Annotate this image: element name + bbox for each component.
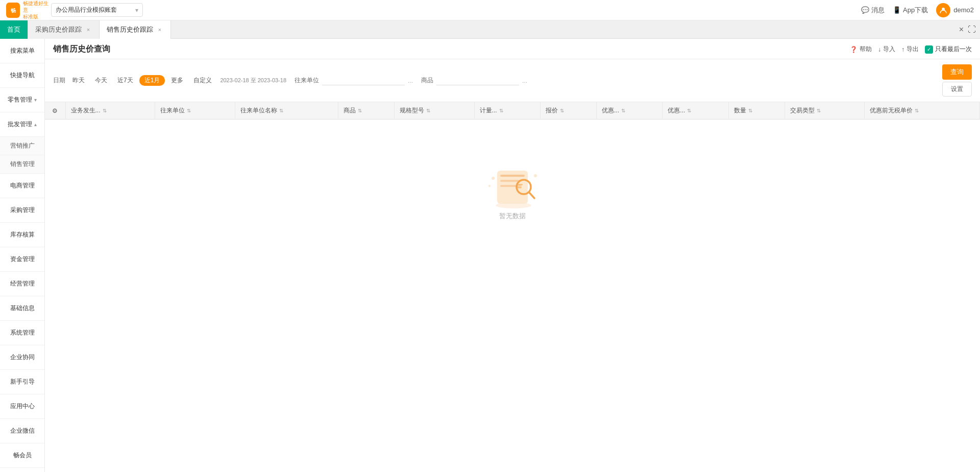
- goods-input[interactable]: [436, 76, 519, 85]
- tab-home[interactable]: 首页: [0, 20, 28, 39]
- col-counterpart-name[interactable]: 往来单位名称 ⇅: [235, 102, 338, 120]
- sidebar-item-basic-info[interactable]: 基础信息: [0, 296, 44, 321]
- help-button[interactable]: ❓ 帮助: [850, 45, 872, 54]
- col-biz-date[interactable]: 业务发生... ⇅: [65, 102, 155, 120]
- sidebar-item-sales-mgmt[interactable]: 销售管理: [0, 155, 44, 174]
- sales-mgmt-label: 销售管理: [10, 160, 35, 169]
- sidebar-item-operation[interactable]: 经营管理: [0, 272, 44, 296]
- col-unit[interactable]: 计量... ⇅: [474, 102, 540, 120]
- sidebar-item-app-center[interactable]: 应用中心: [0, 394, 44, 419]
- counterpart-filter-group: 往来单位 ...: [295, 76, 413, 85]
- last-only-checkbox[interactable]: ✓ 只看最后一次: [925, 45, 972, 54]
- col-discount2[interactable]: 优惠... ⇅: [663, 102, 728, 120]
- counterpart-input[interactable]: [322, 76, 405, 85]
- sidebar-item-member[interactable]: 畅会员: [0, 443, 44, 468]
- col-counterpart-name-label: 往来单位名称: [240, 106, 277, 115]
- search-label: 搜索菜单: [10, 46, 35, 55]
- tab-sales-history[interactable]: 销售历史价跟踪 ×: [100, 20, 171, 39]
- ecommerce-label: 电商管理: [10, 181, 35, 190]
- col-pretax-price[interactable]: 优惠前无税单价 ⇅: [865, 102, 980, 120]
- import-icon: ↓: [878, 46, 881, 53]
- help-icon: ❓: [850, 46, 857, 53]
- sidebar-item-inventory[interactable]: 库存核算: [0, 223, 44, 247]
- sidebar-item-retail[interactable]: 零售管理 ▾: [0, 88, 44, 112]
- empty-illustration: [482, 160, 543, 211]
- filter-bar: 日期 昨天 今天 近7天 近1月 更多 自定义 2023-02-18 至 202…: [45, 59, 980, 102]
- query-button[interactable]: 查询: [942, 64, 972, 80]
- sort-icon-counterpart-name: ⇅: [279, 108, 283, 113]
- col-settings[interactable]: ⚙: [45, 102, 65, 120]
- sort-icon-qty: ⇅: [748, 108, 752, 113]
- date-label: 日期: [53, 76, 65, 85]
- import-button[interactable]: ↓ 导入: [878, 45, 895, 54]
- close-tab-button[interactable]: ×: [959, 25, 964, 34]
- sidebar-item-quick-nav[interactable]: 快捷导航: [0, 63, 44, 88]
- sidebar-item-guide[interactable]: 新手引导: [0, 370, 44, 394]
- svg-rect-10: [517, 184, 523, 185]
- col-discount1[interactable]: 优惠... ⇅: [596, 102, 662, 120]
- basic-info-label: 基础信息: [10, 304, 35, 313]
- export-label: 导出: [906, 45, 919, 54]
- message-button[interactable]: 💬 消息: [861, 6, 885, 15]
- logo-text-line2: 标准版: [23, 13, 51, 20]
- sidebar-item-ecommerce[interactable]: 电商管理: [0, 174, 44, 198]
- finance-label: 资金管理: [10, 255, 35, 264]
- date-opt-more[interactable]: 更多: [167, 75, 187, 86]
- sidebar-item-enterprise[interactable]: 企业协同: [0, 345, 44, 370]
- date-opt-custom[interactable]: 自定义: [189, 75, 216, 86]
- date-opt-7days[interactable]: 近7天: [113, 75, 137, 86]
- sales-history-tab-close[interactable]: ×: [156, 26, 163, 33]
- date-opt-yesterday[interactable]: 昨天: [68, 75, 89, 86]
- purchase-history-tab-label: 采购历史价跟踪: [35, 25, 82, 34]
- col-spec[interactable]: 规格型号 ⇅: [395, 102, 474, 120]
- system-label: 系统管理: [10, 328, 35, 337]
- sidebar-item-marketing[interactable]: 营销推广: [0, 137, 44, 155]
- settings-button[interactable]: 设置: [942, 82, 972, 97]
- table-wrapper: ⚙ 业务发生... ⇅ 往来单位 ⇅: [45, 102, 980, 472]
- sidebar-item-wholesale[interactable]: 批发管理 ▴: [0, 112, 44, 137]
- sort-icon-spec: ⇅: [426, 108, 430, 113]
- col-goods[interactable]: 商品 ⇅: [338, 102, 395, 120]
- username-label: demo2: [953, 6, 974, 14]
- col-qty[interactable]: 数量 ⇅: [728, 102, 785, 120]
- app-download-label: App下载: [903, 6, 928, 15]
- col-qty-label: 数量: [734, 106, 746, 115]
- sort-icon-goods: ⇅: [358, 108, 362, 113]
- sort-icon-counterpart-code: ⇅: [187, 108, 191, 113]
- user-menu[interactable]: demo2: [936, 3, 974, 17]
- date-opt-1month[interactable]: 近1月: [139, 75, 165, 86]
- table-header-row: ⚙ 业务发生... ⇅ 往来单位 ⇅: [45, 102, 980, 120]
- company-selector[interactable]: 办公用品行业模拟账套 ▾: [51, 3, 143, 17]
- data-table: ⚙ 业务发生... ⇅ 往来单位 ⇅: [45, 102, 980, 120]
- sidebar-item-system[interactable]: 系统管理: [0, 321, 44, 345]
- wholesale-arrow-icon: ▴: [34, 122, 37, 127]
- inventory-label: 库存核算: [10, 230, 35, 239]
- help-label: 帮助: [860, 45, 872, 54]
- sidebar-item-search[interactable]: 搜索菜单: [0, 39, 44, 63]
- sidebar-item-wechat[interactable]: 企业微信: [0, 419, 44, 443]
- date-opt-today[interactable]: 今天: [91, 75, 111, 86]
- message-icon: 💬: [861, 6, 869, 14]
- col-trade-type[interactable]: 交易类型 ⇅: [785, 102, 864, 120]
- tab-purchase-history[interactable]: 采购历史价跟踪 ×: [28, 20, 100, 39]
- col-quote[interactable]: 报价 ⇅: [540, 102, 596, 120]
- maximize-button[interactable]: ⛶: [968, 25, 976, 34]
- app-download-button[interactable]: 📱 App下载: [893, 6, 928, 15]
- sort-icon-trade-type: ⇅: [817, 108, 821, 113]
- sort-icon-pretax-price: ⇅: [915, 108, 919, 113]
- operation-label: 经营管理: [10, 279, 35, 288]
- logo-icon: 畅: [6, 3, 20, 18]
- sort-icon-discount2: ⇅: [687, 108, 691, 113]
- page-header-actions: ❓ 帮助 ↓ 导入 ↑ 导出 ✓ 只看最后一次: [850, 45, 972, 54]
- purchase-history-tab-close[interactable]: ×: [85, 26, 92, 33]
- message-label: 消息: [871, 6, 885, 15]
- svg-line-9: [529, 192, 534, 198]
- main-layout: 搜索菜单 快捷导航 零售管理 ▾ 批发管理 ▴ 营销推广 销售管理 电商管理 采…: [0, 39, 980, 472]
- retail-label: 零售管理: [8, 96, 32, 104]
- col-counterpart-code[interactable]: 往来单位 ⇅: [155, 102, 235, 120]
- counterpart-ellipsis[interactable]: ...: [408, 77, 413, 84]
- export-button[interactable]: ↑ 导出: [901, 45, 919, 54]
- sidebar-item-purchase[interactable]: 采购管理: [0, 198, 44, 223]
- goods-ellipsis[interactable]: ...: [522, 77, 527, 84]
- sidebar-item-finance[interactable]: 资金管理: [0, 247, 44, 272]
